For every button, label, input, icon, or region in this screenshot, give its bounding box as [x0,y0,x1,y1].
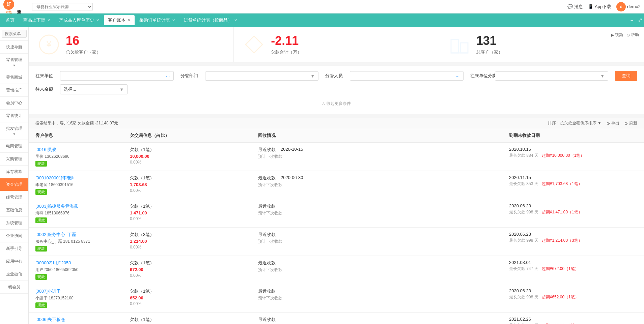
sidebar-item-new-guide[interactable]: 新手引导 [0,242,28,255]
help-btn[interactable]: ⊙ 帮助 [626,32,639,38]
sidebar-item-enterprise[interactable]: 企业协同 [0,230,28,242]
customer-phone: 小进干 18279152100 [35,295,130,301]
customer-name[interactable]: [000002]用户2050 [35,260,130,266]
stat-info-amount: -2.11 欠款合计（万） [271,34,428,55]
debt-count: 欠款（1笔） [130,317,258,323]
download-btn[interactable]: 📱 App下载 [588,4,611,10]
app-logo: 好 [3,0,14,10]
sidebar-item-system[interactable]: 系统管理 [0,217,28,230]
customer-name[interactable]: [0001020001]李老师 [35,175,130,181]
sidebar-item-inventory[interactable]: 库存核算 [0,166,28,178]
tab-product-history[interactable]: 产成品入库单历史 ✕ [55,15,103,25]
tab-close-product-history[interactable]: ✕ [96,18,99,23]
debt-amount: 10,000.00 [130,154,258,159]
from-unit-ellipsis[interactable]: ··· [166,73,170,79]
sidebar-search-area [0,27,28,41]
filter-person: 分管人员 ··· [325,71,464,81]
sidebar-item-member[interactable]: 会员中心 [0,97,28,110]
tab-maximize-btn[interactable]: ⤢ [638,17,642,24]
sidebar-item-retail-stats[interactable]: 零售统计 [0,110,28,122]
dept-dropdown-icon: ▼ [310,73,315,79]
customer-name[interactable]: [0002]服务中心_丁磊 [35,232,130,238]
tab-minimize-btn[interactable]: － [629,17,635,24]
tab-close-customer-account[interactable]: ✕ [128,18,131,23]
tab-purchase-stats[interactable]: 进货单统计表（按商品） ✕ [180,15,241,25]
sidebar-item-basic-info[interactable]: 基础信息 [0,204,28,217]
recovery-info: 最近收款 2020-10-15 预计下次收款 [258,147,509,159]
tab-close-purchase-order[interactable]: ✕ [172,18,175,23]
industry-select[interactable]: 母婴行业演示账套 [32,3,93,10]
filter-label-from-unit: 往来单位 [35,73,57,79]
overdue-info: 2020.06.23 最长欠款 998 天 超期¥1,214.00（3笔） [509,232,637,243]
overdue-link[interactable]: 超期¥1,703.68（1笔） [542,181,582,186]
table-row: [0006]去下粮仓 陈小希 现款 欠款（1笔） 455.90 0.00% 最近… [29,313,644,324]
customer-info: [0006]去下粮仓 陈小希 现款 [35,317,130,324]
overdue-link[interactable]: 超期¥1,471.00（1笔） [542,210,582,214]
tab-bar-actions: － ⤢ [629,17,642,24]
sidebar-item-purchase-mgmt[interactable]: 采购管理 [0,153,28,166]
filter-input-from-unit[interactable]: ··· [60,71,174,81]
user-menu[interactable]: d demo2 [616,2,641,11]
stat-number-total: 131 [476,34,634,48]
customer-name[interactable]: [0006]去下粮仓 [35,317,130,323]
stat-number-amount: -2.11 [271,34,428,48]
filter-select-balance[interactable]: 选择... ▼ [60,84,128,94]
debt-amount: 672.00 [130,267,258,272]
sidebar-quick-nav[interactable]: 快捷导航 [0,41,28,54]
recovery-latest: 最近收款 2020-06-30 [258,175,509,181]
filter-input-person[interactable]: ··· [350,71,464,81]
tab-close-product-shelf[interactable]: ✕ [47,18,50,23]
table-row: [0003]畅捷服务尹海燕 海燕 18513066976 现款 欠款（1笔） 1… [29,199,644,228]
message-icon: 💬 [567,4,573,9]
sidebar-item-app-center[interactable]: 应用中心 [0,255,28,268]
sort-dropdown-icon[interactable]: ▼ [597,121,601,125]
latest-label: 最近收款 [258,317,276,323]
tab-close-purchase-stats[interactable]: ✕ [234,18,237,23]
refresh-icon: ⊙ [624,121,628,126]
sidebar-item-vip[interactable]: 畅会员 [0,281,28,294]
overdue-date: 2021.02.26 [509,317,637,322]
customer-name[interactable]: [0007]小进干 [35,288,130,294]
export-icon: ⊙ [607,121,610,126]
sidebar-item-corp-wechat[interactable]: 企业微信 [0,268,28,281]
video-btn[interactable]: ▶ 视频 [611,32,623,38]
stat-card-amount: -2.11 欠款合计（万） [234,27,439,62]
collapse-bar[interactable]: ∧ 收起更多条件 [35,98,637,109]
download-icon: 📱 [588,4,593,9]
message-btn[interactable]: 💬 消息 [567,4,583,10]
overdue-link[interactable]: 超期¥10,000.00（1笔） [542,153,585,158]
overdue-link[interactable]: 超期¥672.00（1笔） [542,266,579,271]
recovery-next: 预计下次收款 [258,154,509,159]
tab-purchase-order[interactable]: 采购订单统计表 ✕ [135,15,179,25]
tab-customer-account[interactable]: 客户账本 ✕ [104,15,135,25]
sidebar-item-finance[interactable]: 资金管理 [0,178,28,191]
overdue-link[interactable]: 超期¥652.00（1笔） [542,295,579,299]
sidebar-item-marketing[interactable]: 营销推广 [0,84,28,97]
table-body: [0016]吴俊 吴俊 13026203696 现款 欠款（1笔） 10,000… [29,143,644,324]
customer-phone: 李老师 18600391516 [35,182,130,188]
overdue-link[interactable]: 超期¥1,214.00（3笔） [542,238,582,243]
filter-select-dept[interactable]: ▼ [205,71,319,81]
sidebar-item-ecommerce[interactable]: 电商管理 [0,140,28,153]
tab-product-shelf[interactable]: 商品上下架 ✕ [19,15,54,25]
filter-from-unit: 往来单位 ··· [35,71,174,81]
col-header-debt: 欠交易信息（占比） [130,132,258,139]
stat-card-customers: ¥ 16 总欠款客户（家） [29,27,234,62]
svg-marker-2 [246,36,262,53]
customer-name[interactable]: [0016]吴俊 [35,147,130,153]
sidebar-item-operation[interactable]: 经营管理 [0,191,28,204]
person-ellipsis[interactable]: ··· [456,73,460,79]
filter-label-unit-category: 往来单位分类 [470,73,492,79]
export-button[interactable]: ⊙ 导出 [607,120,619,126]
debt-amount: 1,471.00 [130,210,258,215]
query-button[interactable]: 查询 [615,71,637,81]
sidebar-item-retail-mgmt[interactable]: 零售管理 ▼ [0,54,28,71]
sidebar-item-retail-shop[interactable]: 零售商城 [0,71,28,84]
filter-select-unit-category[interactable]: ▼ [495,71,609,81]
sidebar-item-batch-mgmt[interactable]: 批发管理 ▼ [0,122,28,140]
customer-name[interactable]: [0003]畅捷服务尹海燕 [35,203,130,209]
refresh-button[interactable]: ⊙ 刷新 [624,120,637,126]
stat-label-total: 总客户（家） [476,49,634,55]
tab-home[interactable]: 首页 [2,15,19,25]
sidebar-search-input[interactable] [2,30,27,38]
